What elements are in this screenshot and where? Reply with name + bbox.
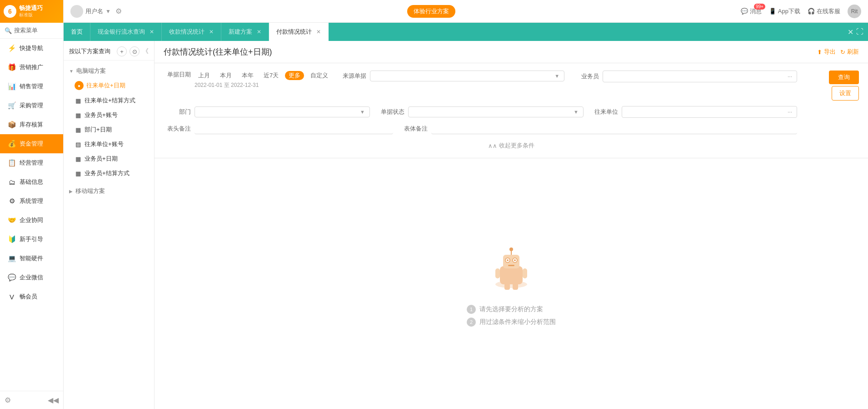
sidebar-item-label: 经营管理 xyxy=(20,159,43,167)
sidebar-item-guide[interactable]: 🔰 新手引导 xyxy=(0,230,63,249)
profile-area[interactable]: 用户名 ▼ xyxy=(70,5,111,18)
tab-new-label: 新建方案 xyxy=(229,28,252,36)
export-label: 导出 xyxy=(824,48,836,56)
scheme-item-staff-account[interactable]: ▦ 业务员+账号 xyxy=(64,108,154,122)
finance-icon: 💰 xyxy=(8,140,16,148)
tab-receipt-close-icon[interactable]: ✕ xyxy=(209,29,214,35)
topbar-service[interactable]: 🎧 在线客服 xyxy=(808,7,840,15)
dept-select[interactable]: ▼ xyxy=(195,106,370,117)
note-body-filter-cell: 表体备注 xyxy=(400,123,797,134)
add-scheme-button[interactable]: + xyxy=(117,46,127,56)
tab-home[interactable]: 首页 xyxy=(64,23,90,41)
sidebar-item-quicknav[interactable]: ⚡ 快捷导航 xyxy=(0,39,63,58)
sidebar-item-label: 基础信息 xyxy=(20,178,43,186)
sidebar-item-system[interactable]: ⚙ 系统管理 xyxy=(0,192,63,211)
sidebar-item-basic[interactable]: 🗂 基础信息 xyxy=(0,172,63,192)
sidebar-item-vip[interactable]: V 畅会员 xyxy=(0,287,63,306)
close-all-tabs-button[interactable]: ✕ xyxy=(848,28,853,36)
note-head-input[interactable] xyxy=(195,123,393,134)
collapse-more-button[interactable]: ∧∧ 收起更多条件 xyxy=(488,141,534,150)
date-option-last7[interactable]: 近7天 xyxy=(260,71,282,81)
sidebar-settings-button[interactable]: ⚙ xyxy=(5,396,11,404)
scheme-item-dept-date[interactable]: ▦ 部门+日期 xyxy=(64,122,154,137)
chevron-down-icon: ▼ xyxy=(69,69,74,74)
collapse-more-label: 收起更多条件 xyxy=(499,141,534,150)
tab-receipt-label: 收款情况统计 xyxy=(169,28,205,36)
export-button[interactable]: ⬆ 导出 xyxy=(817,48,836,56)
trial-button[interactable]: 体验行业方案 xyxy=(407,5,455,18)
sidebar-item-inventory[interactable]: 📦 库存核算 xyxy=(0,115,63,134)
topbar-settings-button[interactable]: ⚙ xyxy=(115,7,122,15)
profile-name: 用户名 xyxy=(85,7,103,15)
tab-new-close-icon[interactable]: ✕ xyxy=(257,29,261,35)
voucher-status-select[interactable]: ▼ xyxy=(408,106,584,117)
partner-label: 往来单位 xyxy=(591,108,618,116)
scheme-item-partner-settle[interactable]: ▦ 往来单位+结算方式 xyxy=(64,93,154,108)
note-body-input[interactable] xyxy=(431,123,797,134)
collapse-scheme-button[interactable]: 《 xyxy=(142,46,149,56)
sidebar-item-label: 库存核算 xyxy=(20,121,43,129)
service-label: 在线客服 xyxy=(817,7,840,15)
sidebar-footer: ⚙ ◀◀ xyxy=(0,391,63,409)
tab-receipt[interactable]: 收款情况统计 ✕ xyxy=(162,23,221,41)
salesperson-select[interactable]: ··· xyxy=(603,71,797,82)
topbar-message[interactable]: 💬 消息 99+ xyxy=(741,7,762,15)
sidebar-item-label: 畅会员 xyxy=(20,293,37,301)
message-icon: 💬 xyxy=(741,8,748,15)
svg-rect-9 xyxy=(523,268,527,278)
date-option-this-month[interactable]: 本月 xyxy=(216,71,235,81)
sidebar-item-operation[interactable]: 📋 经营管理 xyxy=(0,153,63,172)
sidebar-item-sales[interactable]: 📊 销售管理 xyxy=(0,77,63,96)
date-option-this-year[interactable]: 本年 xyxy=(238,71,257,81)
settings-scheme-button[interactable]: ⊙ xyxy=(130,46,140,56)
scheme-item-partner-date[interactable]: ● 往来单位+日期 xyxy=(64,78,154,93)
date-option-more[interactable]: 更多 xyxy=(285,71,304,80)
refresh-button[interactable]: ↻ 刷新 xyxy=(840,48,859,56)
tab-home-label: 首页 xyxy=(71,28,83,36)
tab-payment[interactable]: 付款情况统计 ✕ xyxy=(269,23,329,41)
tab-payment-label: 付款情况统计 xyxy=(276,28,312,36)
sidebar-item-marketing[interactable]: 🎁 营销推广 xyxy=(0,58,63,77)
sidebar-item-finance[interactable]: 💰 资金管理 xyxy=(0,134,63,153)
sidebar-item-hardware[interactable]: 💻 智能硬件 xyxy=(0,249,63,268)
svg-rect-8 xyxy=(495,268,500,278)
ellipsis-icon: ··· xyxy=(788,109,792,115)
sidebar-item-weixin[interactable]: 💬 企业微信 xyxy=(0,268,63,287)
scheme-item-partner-account[interactable]: ▨ 往来单位+账号 xyxy=(64,137,154,151)
date-option-last-month[interactable]: 上月 xyxy=(195,71,214,81)
tab-bank[interactable]: 现金银行流水查询 ✕ xyxy=(90,23,162,41)
sidebar-collapse-button[interactable]: ◀◀ xyxy=(48,396,59,404)
sidebar-item-purchase[interactable]: 🛒 采购管理 xyxy=(0,96,63,115)
tab-bank-close-icon[interactable]: ✕ xyxy=(150,29,154,35)
date-option-custom[interactable]: 自定义 xyxy=(307,71,332,81)
search-menu-label: 搜索菜单 xyxy=(14,26,38,35)
user-avatar[interactable]: Rit xyxy=(848,5,861,18)
phone-icon: 📱 xyxy=(769,8,776,15)
date-options: 上月 本月 本年 近7天 更多 自定义 xyxy=(195,71,332,81)
sidebar-item-enterprise[interactable]: 🤝 企业协同 xyxy=(0,211,63,230)
scheme-group-header-mobile[interactable]: ▶ 移动端方案 xyxy=(64,184,154,198)
tab-new[interactable]: 新建方案 ✕ xyxy=(221,23,269,41)
voucher-status-label: 单据状态 xyxy=(377,108,404,116)
tabs-bar: 首页 现金银行流水查询 ✕ 收款情况统计 ✕ 新建方案 ✕ 付款情况统计 ✕ ✕… xyxy=(64,23,868,41)
scheme-group-mobile-label: 移动端方案 xyxy=(75,187,105,195)
tab-payment-close-icon[interactable]: ✕ xyxy=(316,29,321,35)
topbar-right: 💬 消息 99+ 📱 App下载 🎧 在线客服 Rit xyxy=(741,5,861,18)
search-icon: 🔍 xyxy=(5,27,12,34)
system-icon: ⚙ xyxy=(8,197,16,205)
topbar-appdownload[interactable]: 📱 App下载 xyxy=(769,7,800,15)
scheme-group-header-pc[interactable]: ▼ 电脑端方案 xyxy=(64,64,154,78)
date-range-display: 2022-01-01 至 2022-12-31 xyxy=(195,81,332,89)
fullscreen-button[interactable]: ⛶ xyxy=(856,28,863,36)
search-menu-item[interactable]: 🔍 搜索菜单 xyxy=(0,23,63,39)
quicknav-icon: ⚡ xyxy=(8,44,16,52)
source-select[interactable]: ▼ xyxy=(370,71,564,81)
partner-select[interactable]: ··· xyxy=(622,106,797,118)
query-button[interactable]: 查询 xyxy=(829,71,859,84)
ellipsis-icon: ··· xyxy=(788,73,792,80)
scheme-item-staff-date[interactable]: ▦ 业务员+日期 xyxy=(64,151,154,166)
sidebar-item-label: 销售管理 xyxy=(20,82,43,91)
filter-settings-button[interactable]: 设置 xyxy=(832,86,859,101)
svg-rect-11 xyxy=(513,283,518,290)
scheme-item-staff-settle[interactable]: ▦ 业务员+结算方式 xyxy=(64,166,154,181)
